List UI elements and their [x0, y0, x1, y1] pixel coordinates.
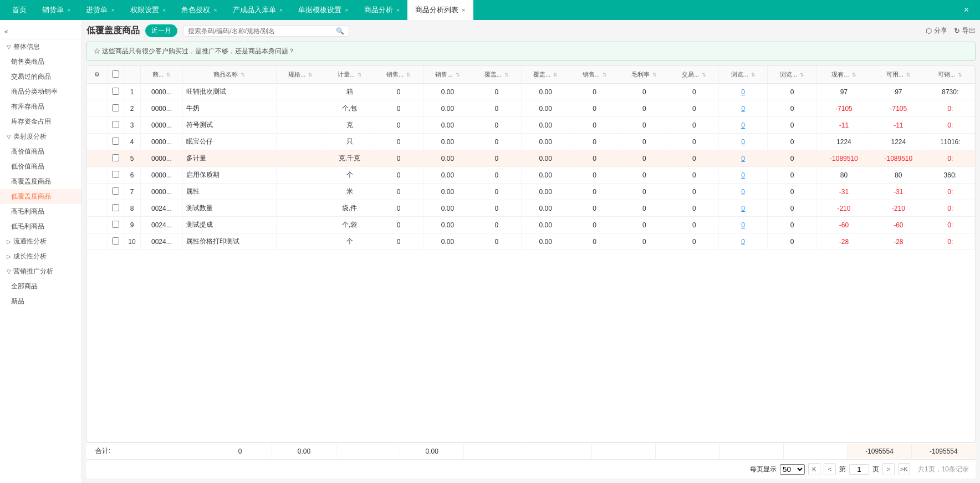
col-coverage-rate[interactable]: 覆盖... ⇅: [521, 66, 570, 84]
nav-close-role[interactable]: ×: [213, 7, 217, 13]
col-unit[interactable]: 计量... ⇅: [325, 66, 374, 84]
row-select[interactable]: [112, 154, 119, 161]
row-coverage-rate: 0.00: [521, 233, 570, 250]
row-browse-count[interactable]: 0: [718, 184, 767, 200]
row-browse-count[interactable]: 0: [718, 84, 767, 100]
row-checkbox[interactable]: [107, 117, 124, 134]
select-all-checkbox[interactable]: [112, 70, 119, 78]
nav-window-close[interactable]: ×: [957, 5, 976, 15]
sidebar-item-high-margin[interactable]: 高毛利商品: [0, 204, 81, 219]
row-select[interactable]: [112, 187, 119, 195]
nav-goods-analysis[interactable]: 商品分析 ×: [356, 0, 407, 20]
sidebar-item-stock-capital[interactable]: 库存资金占用: [0, 114, 81, 129]
col-current-stock[interactable]: 现有... ⇅: [816, 66, 871, 84]
nav-close-permission[interactable]: ×: [162, 7, 166, 13]
first-page-btn[interactable]: K: [808, 463, 820, 475]
total-empty7: [784, 444, 848, 459]
row-checkbox[interactable]: [107, 217, 124, 233]
col-sales-amount[interactable]: 销售... ⇅: [423, 66, 472, 84]
sidebar-item-low-coverage[interactable]: 低覆盖度商品: [0, 189, 81, 204]
row-checkbox[interactable]: [107, 167, 124, 184]
row-checkbox[interactable]: [107, 84, 124, 100]
sidebar-section-dimension[interactable]: ▽ 类射度分析: [0, 129, 81, 144]
row-select[interactable]: [112, 121, 119, 128]
sidebar-item-all-goods[interactable]: 全部商品: [0, 279, 81, 294]
time-filter-button[interactable]: 近一月: [145, 24, 177, 37]
row-checkbox[interactable]: [107, 184, 124, 200]
col-code[interactable]: 商... ⇅: [140, 66, 183, 84]
nav-close-sales[interactable]: ×: [67, 7, 70, 13]
sidebar-section-flow[interactable]: ▷ 流通性分析: [0, 234, 81, 249]
col-browse-count[interactable]: 浏览... ⇅: [718, 66, 767, 84]
nav-close-template[interactable]: ×: [345, 7, 348, 13]
row-browse-count[interactable]: 0: [718, 134, 767, 150]
row-browse-count[interactable]: 0: [718, 117, 767, 134]
row-select[interactable]: [112, 138, 119, 145]
row-checkbox[interactable]: [107, 200, 124, 217]
col-browse-rate[interactable]: 浏览... ⇅: [768, 66, 816, 84]
search-input[interactable]: [188, 27, 336, 35]
col-spec[interactable]: 规格... ⇅: [276, 66, 325, 84]
search-icon[interactable]: 🔍: [336, 27, 344, 35]
sidebar-item-sales-goods[interactable]: 销售类商品: [0, 54, 81, 69]
nav-home[interactable]: 首页: [4, 0, 34, 20]
col-sellable-stock[interactable]: 可销... ⇅: [926, 66, 974, 84]
row-select[interactable]: [112, 171, 119, 178]
sidebar-item-category-rate[interactable]: 商品分类动销率: [0, 84, 81, 99]
nav-close-goods-list[interactable]: ×: [462, 7, 465, 13]
sidebar-item-high-coverage[interactable]: 高覆盖度商品: [0, 174, 81, 189]
row-browse-count[interactable]: 0: [718, 150, 767, 167]
col-sales-count[interactable]: 销售... ⇅: [374, 66, 423, 84]
sidebar-section-growth[interactable]: ▷ 成长性分析: [0, 249, 81, 264]
sidebar-section-overall[interactable]: ▽ 整体信息: [0, 39, 81, 54]
row-checkbox[interactable]: [107, 134, 124, 150]
row-checkbox[interactable]: [107, 233, 124, 250]
col-sales-days[interactable]: 销售... ⇅: [570, 66, 619, 84]
row-select[interactable]: [112, 204, 119, 211]
row-browse-count[interactable]: 0: [718, 167, 767, 184]
col-name[interactable]: 商品名称 ⇅: [183, 66, 276, 84]
row-browse-count[interactable]: 0: [718, 233, 767, 250]
sidebar-item-high-value[interactable]: 高价值商品: [0, 144, 81, 159]
row-select[interactable]: [112, 237, 119, 245]
row-name: 旺辅批次测试: [183, 84, 276, 100]
row-browse-count[interactable]: 0: [718, 100, 767, 117]
nav-sales-order[interactable]: 销货单 ×: [34, 0, 78, 20]
row-browse-count[interactable]: 0: [718, 200, 767, 217]
col-coverage-count[interactable]: 覆盖... ⇅: [472, 66, 521, 84]
sidebar-section-marketing[interactable]: ▽ 营销推广分析: [0, 264, 81, 279]
row-select[interactable]: [112, 88, 119, 95]
prev-page-btn[interactable]: <: [824, 463, 836, 475]
row-select[interactable]: [112, 104, 119, 111]
row-sellable-stock: 11016:: [926, 134, 974, 150]
nav-close-purchase[interactable]: ×: [111, 7, 114, 13]
nav-permission[interactable]: 权限设置 ×: [122, 0, 173, 20]
last-page-btn[interactable]: >K: [898, 463, 910, 475]
current-page-input[interactable]: [849, 464, 869, 475]
row-select[interactable]: [112, 221, 119, 228]
sidebar-item-low-margin[interactable]: 低毛利商品: [0, 219, 81, 234]
share-button[interactable]: ⬡ 分享: [926, 26, 947, 35]
row-checkbox[interactable]: [107, 150, 124, 167]
sidebar-item-traded-goods[interactable]: 交易过的商品: [0, 69, 81, 84]
nav-finished-goods[interactable]: 产成品入库单 ×: [225, 0, 290, 20]
nav-purchase-order[interactable]: 进货单 ×: [78, 0, 122, 20]
sidebar-item-new-goods[interactable]: 新品: [0, 294, 81, 309]
export-button[interactable]: ↻ 导出: [954, 26, 976, 35]
row-browse-count[interactable]: 0: [718, 217, 767, 233]
nav-template-settings[interactable]: 单据模板设置 ×: [290, 0, 356, 20]
sidebar-item-low-value[interactable]: 低价值商品: [0, 159, 81, 174]
nav-close-goods-analysis[interactable]: ×: [396, 7, 400, 13]
nav-close-finished[interactable]: ×: [279, 7, 283, 13]
row-checkbox[interactable]: [107, 100, 124, 117]
nav-goods-analysis-list[interactable]: 商品分析列表 ×: [407, 0, 473, 20]
sidebar-item-in-stock[interactable]: 有库存商品: [0, 99, 81, 114]
page-size-select[interactable]: 50 20 100 200: [780, 464, 805, 475]
col-available-stock[interactable]: 可用... ⇅: [871, 66, 926, 84]
row-name: 符号测试: [183, 117, 276, 134]
col-transactions[interactable]: 交易... ⇅: [670, 66, 718, 84]
next-page-btn[interactable]: >: [882, 463, 895, 475]
nav-role-auth[interactable]: 角色授权 ×: [173, 0, 224, 20]
col-settings[interactable]: ⚙: [87, 66, 107, 84]
col-gross-margin[interactable]: 毛利率 ⇅: [619, 66, 670, 84]
